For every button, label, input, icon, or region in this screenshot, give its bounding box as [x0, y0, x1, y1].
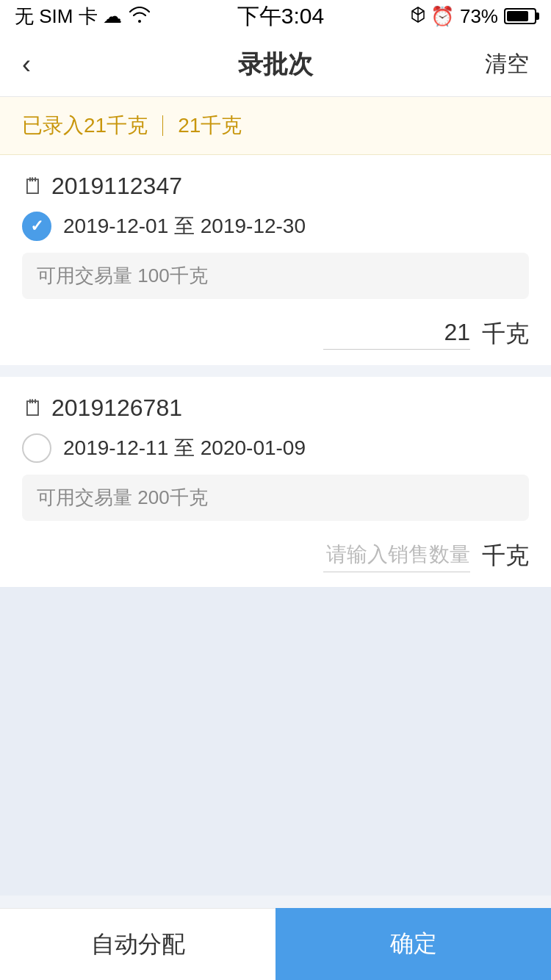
batch-date-1: 2019-12-01 至 2019-12-30: [63, 212, 306, 240]
batch-id-1: 2019112347: [51, 173, 182, 200]
avail-row-2: 可用交易量 200千克: [22, 475, 529, 521]
check-icon-1: ✓: [30, 217, 43, 236]
summary-bar: 已录入21千克 21千克: [0, 97, 551, 155]
batch-date-2: 2019-12-11 至 2020-01-09: [63, 434, 306, 462]
qty-row-1: 21 千克: [0, 306, 551, 365]
qty-value-1: 21: [444, 319, 470, 346]
batch-date-row-1: ✓ 2019-12-01 至 2019-12-30: [0, 207, 551, 245]
qty-row-2: 请输入销售数量 千克: [0, 528, 551, 587]
avail-text-1: 可用交易量 100千克: [37, 264, 208, 287]
alarm-icon: ⏰: [431, 5, 454, 28]
battery-icon: [504, 8, 536, 24]
batch-date-row-2: 2019-12-11 至 2020-01-09: [0, 429, 551, 467]
batch-radio-2[interactable]: [22, 433, 51, 463]
batch-item-1: 🗒 2019112347 ✓ 2019-12-01 至 2019-12-30 可…: [0, 155, 551, 365]
section-separator: [0, 365, 551, 377]
batch-item-2: 🗒 2019126781 2019-12-11 至 2020-01-09 可用交…: [0, 377, 551, 587]
status-bar: 无 SIM 卡 ☁ 下午3:04 ⏰ 73%: [0, 0, 551, 32]
nav-bar: ‹ 录批次 清空: [0, 32, 551, 97]
page-title: 录批次: [238, 48, 313, 82]
batch-doc-icon-1: 🗒: [22, 174, 44, 199]
confirm-button[interactable]: 确定: [276, 908, 551, 980]
recorded-amount: 已录入21千克: [22, 112, 148, 140]
batch-header-1: 🗒 2019112347: [0, 155, 551, 207]
qty-unit-2: 千克: [482, 540, 529, 572]
back-button[interactable]: ‹: [22, 49, 66, 80]
status-time: 下午3:04: [237, 1, 324, 32]
location-icon: [411, 5, 425, 28]
batch-radio-1[interactable]: ✓: [22, 212, 51, 241]
footer: 自动分配 确定: [0, 908, 551, 980]
empty-area: [0, 587, 551, 896]
avail-row-1: 可用交易量 100千克: [22, 253, 529, 299]
qty-placeholder-2: 请输入销售数量: [326, 541, 470, 569]
wifi-icon: [129, 5, 150, 28]
total-amount: 21千克: [178, 112, 242, 140]
batch-header-2: 🗒 2019126781: [0, 377, 551, 429]
qty-unit-1: 千克: [482, 318, 529, 350]
batch-id-2: 2019126781: [51, 394, 182, 422]
no-sim-text: 无 SIM 卡 ☁: [15, 4, 122, 29]
auto-distribute-button[interactable]: 自动分配: [0, 908, 276, 980]
status-left: 无 SIM 卡 ☁: [15, 4, 150, 29]
qty-input-wrap-2[interactable]: 请输入销售数量: [323, 541, 470, 572]
qty-input-wrap-1[interactable]: 21: [323, 319, 470, 350]
battery-percent: 73%: [460, 5, 498, 28]
summary-divider: [162, 115, 163, 136]
clear-button[interactable]: 清空: [485, 49, 529, 79]
avail-text-2: 可用交易量 200千克: [37, 486, 208, 508]
batch-doc-icon-2: 🗒: [22, 396, 44, 421]
status-right: ⏰ 73%: [411, 5, 536, 28]
